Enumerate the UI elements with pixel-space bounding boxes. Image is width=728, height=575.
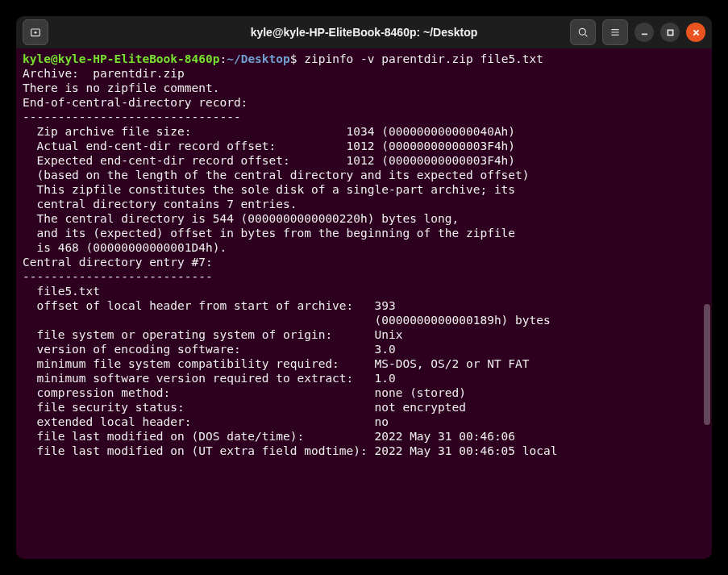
svg-point-3 <box>579 28 585 35</box>
output-line: offset of local header from start of arc… <box>23 298 705 313</box>
output-line: Expected end-cent-dir record offset: 101… <box>23 153 705 168</box>
prompt-user: kyle <box>23 52 51 65</box>
output-line: central directory contains 7 entries. <box>23 197 705 211</box>
output-line: file5.txt <box>23 284 705 298</box>
maximize-button[interactable] <box>660 23 680 42</box>
output-line: Actual end-cent-dir record offset: 1012 … <box>23 139 705 153</box>
close-icon <box>693 29 700 36</box>
output-line: file security status: not encrypted <box>23 400 705 415</box>
close-button[interactable] <box>686 23 705 42</box>
new-tab-button[interactable] <box>23 19 48 45</box>
output-line: file last modified on (UT extra field mo… <box>23 444 705 458</box>
output-line: and its (expected) offset in bytes from … <box>23 226 705 240</box>
prompt-at: @ <box>51 52 58 65</box>
prompt-dollar: $ <box>290 52 297 65</box>
output-line: Archive: parentdir.zip <box>23 66 705 81</box>
svg-line-4 <box>585 35 588 37</box>
output-line: ------------------------------- <box>23 110 705 124</box>
output-line: Central directory entry #7: <box>23 255 705 269</box>
terminal-body[interactable]: kyle@kyle-HP-EliteBook-8460p:~/Desktop$ … <box>16 48 712 559</box>
output-line: There is no zipfile comment. <box>23 81 705 95</box>
terminal-window: kyle@kyle-HP-EliteBook-8460p: ~/Desktop <box>16 16 712 559</box>
maximize-icon <box>667 29 674 36</box>
output-line: is 468 (00000000000001D4h). <box>23 240 705 255</box>
hamburger-icon <box>609 26 622 39</box>
prompt-line: kyle@kyle-HP-EliteBook-8460p:~/Desktop$ … <box>23 52 705 66</box>
output-line: This zipfile constitutes the sole disk o… <box>23 182 705 197</box>
search-icon <box>576 26 589 39</box>
prompt-path: ~/Desktop <box>227 52 290 65</box>
output-line: file last modified on (DOS date/time): 2… <box>23 429 705 444</box>
tab-plus-icon <box>29 26 42 39</box>
output-line: compression method: none (stored) <box>23 385 705 400</box>
output-line: (based on the length of the central dire… <box>23 168 705 182</box>
command-text: zipinfo -v parentdir.zip file5.txt <box>297 52 544 65</box>
output-line: --------------------------- <box>23 269 705 284</box>
output-line: version of encoding software: 3.0 <box>23 342 705 356</box>
scrollbar-thumb[interactable] <box>704 304 710 425</box>
prompt-host: kyle-HP-EliteBook-8460p <box>58 52 220 65</box>
output-line: minimum file system compatibility requir… <box>23 356 705 371</box>
titlebar: kyle@kyle-HP-EliteBook-8460p: ~/Desktop <box>16 16 712 48</box>
output-line: extended local header: no <box>23 415 705 429</box>
output-line: End-of-central-directory record: <box>23 95 705 110</box>
minimize-button[interactable] <box>634 23 654 42</box>
search-button[interactable] <box>570 19 596 45</box>
svg-rect-9 <box>668 30 672 35</box>
output-line: Zip archive file size: 1034 (00000000000… <box>23 124 705 139</box>
output-line: file system or operating system of origi… <box>23 327 705 342</box>
prompt-colon: : <box>219 52 227 65</box>
output-line: (0000000000000189h) bytes <box>23 313 705 327</box>
menu-button[interactable] <box>602 19 628 45</box>
output-line: The central directory is 544 (0000000000… <box>23 211 705 226</box>
minimize-icon <box>641 29 648 36</box>
output-line: minimum software version required to ext… <box>23 371 705 385</box>
window-title: kyle@kyle-HP-EliteBook-8460p: ~/Desktop <box>251 26 478 39</box>
